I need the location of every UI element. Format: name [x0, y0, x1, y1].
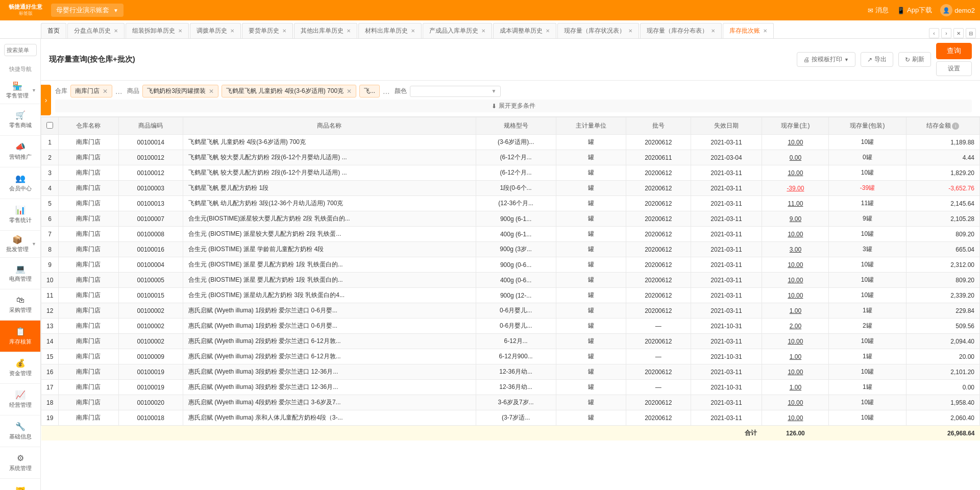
expand-label: 展开更多条件 — [499, 102, 535, 110]
tab-cheng-ben[interactable]: 成本调整单历史 ✕ — [493, 23, 556, 38]
row-qty-main[interactable]: 11.00 — [762, 196, 829, 211]
print-btn[interactable]: 🖨 按模板打印 ▼ — [797, 52, 855, 67]
color-input[interactable] — [414, 88, 491, 95]
row-qty-main[interactable]: 10.00 — [762, 257, 829, 273]
product-tag-more[interactable]: 飞... — [359, 85, 380, 97]
sidebar-item-purchase[interactable]: 🛍 采购管理 — [0, 289, 40, 321]
row-unit: 罐 — [556, 242, 626, 257]
sidebar-item-cooperation[interactable]: 🤝 企业协同 — [0, 479, 40, 490]
row-qty-main[interactable]: -39.00 — [762, 181, 829, 196]
row-qty-main[interactable]: 2.00 — [762, 318, 829, 334]
tabs-close-btn[interactable]: ✕ — [953, 28, 964, 38]
row-qty-main[interactable]: 0.00 — [762, 150, 829, 165]
tab-xian-cun-fen-close[interactable]: ✕ — [711, 28, 715, 34]
tab-yao-huo-close[interactable]: ✕ — [282, 28, 286, 34]
tab-home[interactable]: 首页 — [41, 23, 66, 38]
tab-cai-liao-close[interactable]: ✕ — [411, 28, 415, 34]
product-tag-1[interactable]: 飞鹤奶粉3段丙罐摆装 ✕ — [142, 85, 218, 97]
tab-xian-cun-fen[interactable]: 现存量（库存分布表） ✕ — [640, 23, 722, 38]
tab-xian-cun-zhuang[interactable]: 现存量（库存状况表） ✕ — [557, 23, 639, 38]
tab-chan-pin[interactable]: 产成品入库单历史 ✕ — [423, 23, 492, 38]
sidebar-item-marketing[interactable]: 📣 营销推广 — [0, 136, 40, 167]
row-name: 飞鹤星飞帆 较大婴儿配方奶粉 2段(6-12个月婴幼儿适用) ... — [183, 150, 476, 165]
row-qty-main[interactable]: 1.00 — [762, 380, 829, 395]
workspace-selector[interactable]: 母婴行业演示账套 ▼ — [51, 4, 124, 17]
amount-info-icon[interactable]: i — [952, 122, 959, 130]
row-qty-main[interactable]: 10.00 — [762, 227, 829, 242]
tab-xian-cun-zhuang-close[interactable]: ✕ — [628, 28, 632, 34]
tab-cheng-ben-close[interactable]: ✕ — [546, 28, 550, 34]
row-qty-main[interactable]: 10.00 — [762, 165, 829, 181]
tabs-next-btn[interactable]: › — [941, 28, 951, 38]
row-amount: 1,189.88 — [906, 135, 980, 150]
row-qty-main[interactable]: 10.00 — [762, 135, 829, 150]
tab-qi-ta[interactable]: 其他出库单历史 ✕ — [294, 23, 357, 38]
warehouse-tag[interactable]: 南库门店 ✕ — [70, 85, 112, 97]
sidebar-item-stats[interactable]: 📊 零售统计 — [0, 199, 40, 231]
row-qty-main[interactable]: 1.00 — [762, 349, 829, 364]
row-qty-main[interactable]: 3.00 — [762, 242, 829, 257]
tab-cai-liao[interactable]: 材料出库单历史 ✕ — [358, 23, 422, 38]
tab-zu-chai[interactable]: 组装拆卸单历史 ✕ — [126, 23, 189, 38]
row-qty-main[interactable]: 10.00 — [762, 273, 829, 288]
product-more-btn[interactable]: ... — [383, 87, 389, 96]
row-code: 00100005 — [118, 273, 183, 288]
sidebar-item-inventory[interactable]: 📋 库存核算 — [0, 321, 40, 352]
row-qty-main[interactable]: 9.00 — [762, 211, 829, 227]
sidebar-item-system[interactable]: ⚙ 系统管理 — [0, 447, 40, 479]
tab-chan-pin-close[interactable]: ✕ — [481, 28, 485, 34]
row-amount: 2,094.40 — [906, 334, 980, 349]
message-label: 消息 — [875, 6, 889, 15]
tab-tiao-bo[interactable]: 调拨单历史 ✕ — [190, 23, 241, 38]
product-tag-1-remove[interactable]: ✕ — [209, 88, 214, 95]
tab-ku-cun-pi-close[interactable]: ✕ — [763, 28, 767, 34]
sidebar-item-retail-mall[interactable]: 🛒 零售商城 — [0, 104, 40, 136]
tab-qi-ta-close[interactable]: ✕ — [347, 28, 351, 34]
sidebar-item-zero-retail-label: 零售管理 — [6, 92, 29, 100]
row-qty-main[interactable]: 10.00 — [762, 395, 829, 410]
tabs-prev-btn[interactable]: ‹ — [929, 28, 939, 38]
user-avatar-btn[interactable]: 👤 demo2 — [940, 4, 975, 16]
message-btn[interactable]: ✉ 消息 — [868, 6, 889, 15]
select-all-checkbox[interactable] — [46, 122, 53, 129]
tab-yao-huo[interactable]: 要货单历史 ✕ — [242, 23, 293, 38]
warehouse-more-btn[interactable]: ... — [115, 87, 122, 96]
warehouse-tag-remove[interactable]: ✕ — [103, 88, 108, 95]
tab-tiao-bo-close[interactable]: ✕ — [230, 28, 234, 34]
row-spec: (12-36个月... — [476, 196, 556, 211]
export-btn[interactable]: ↗ 导出 — [861, 52, 893, 67]
color-dropdown-icon[interactable]: ▼ — [491, 88, 496, 94]
sidebar-item-basic[interactable]: 🔧 基础信息 — [0, 415, 40, 447]
color-filter-label: 颜色 — [395, 87, 407, 95]
row-qty-main[interactable]: 10.00 — [762, 410, 829, 426]
row-unit: 罐 — [556, 181, 626, 196]
search-input[interactable] — [4, 44, 37, 56]
tabs-menu-btn[interactable]: ⊟ — [966, 28, 976, 38]
app-download-btn[interactable]: 📱 App下载 — [897, 6, 932, 15]
product-tag-2[interactable]: 飞鹤星飞帆 儿童奶粉 4段(3-6岁适用) 700克 ✕ — [222, 85, 356, 97]
query-btn[interactable]: 查询 — [936, 43, 972, 59]
row-qty-main[interactable]: 1.00 — [762, 303, 829, 318]
summary-qty-pkg-empty — [829, 426, 906, 441]
expand-more-btn[interactable]: ⬇ 展开更多条件 — [55, 100, 972, 112]
table-row: 7 南库门店 00100008 合生元 (BIOSTIME) 派星较大婴儿配方奶… — [41, 227, 980, 242]
sidebar-item-zero-retail[interactable]: 🏪 零售管理 ▼ — [0, 77, 40, 104]
tab-fen-pan-close[interactable]: ✕ — [114, 28, 118, 34]
product-tag-2-remove[interactable]: ✕ — [347, 88, 352, 95]
row-qty-main[interactable]: 10.00 — [762, 288, 829, 303]
tab-ku-cun-pi[interactable]: 库存批次账 ✕ — [723, 23, 774, 39]
refresh-btn[interactable]: ↻ 刷新 — [898, 52, 931, 67]
workspace-label: 母婴行业演示账套 — [56, 6, 109, 15]
filter-expand-btn[interactable]: › — [41, 85, 51, 115]
sidebar-item-members[interactable]: 👥 会员中心 — [0, 167, 40, 199]
tab-zu-chai-close[interactable]: ✕ — [178, 28, 182, 34]
sidebar-item-wholesale[interactable]: 📦 批发管理 ▼ — [0, 231, 40, 258]
tab-fen-pan[interactable]: 分盘点单历史 ✕ — [67, 23, 125, 38]
sidebar-item-operations[interactable]: 📈 经营管理 — [0, 384, 40, 415]
row-qty-main[interactable]: 10.00 — [762, 334, 829, 349]
settings-btn[interactable]: 设置 — [936, 61, 972, 76]
row-amount: 1,958.40 — [906, 395, 980, 410]
sidebar-item-finance[interactable]: 💰 资金管理 — [0, 352, 40, 384]
sidebar-item-ecommerce[interactable]: 💻 电商管理 — [0, 258, 40, 289]
row-qty-main[interactable]: 10.00 — [762, 364, 829, 380]
